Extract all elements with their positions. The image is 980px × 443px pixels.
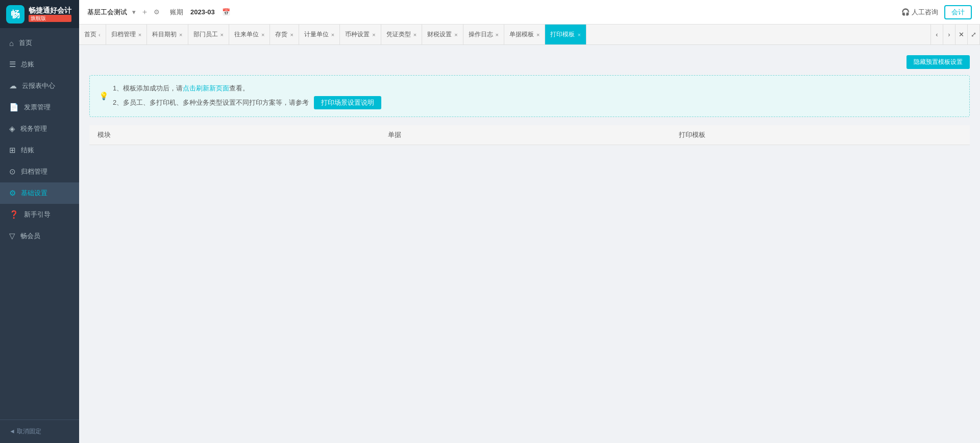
dropdown-icon[interactable]: ▾ (132, 8, 136, 16)
help-label: 人工咨询 (912, 8, 938, 17)
topbar-left: 基层工会测试 ▾ ＋ ⚙ 账期 2023-03 📅 (87, 7, 230, 17)
sidebar-item-archive[interactable]: ⊙ 归档管理 (0, 161, 79, 182)
sidebar-item-ledger[interactable]: ☰ 总账 (0, 54, 79, 75)
help-button[interactable]: 🎧 人工咨询 (901, 8, 938, 17)
sidebar-item-guide-label: 新手引导 (24, 210, 51, 219)
col-print-template: 打印模板 (671, 125, 970, 145)
calendar-icon[interactable]: 📅 (222, 8, 230, 16)
tab-dept-close[interactable]: × (220, 32, 224, 38)
tab-single-close[interactable]: × (536, 32, 540, 38)
tab-archive[interactable]: 归档管理 × (106, 25, 147, 45)
info-text-1: 1、模板添加成功后，请点击刷新新页面查看。 2、多员工、多打印机、多种业务类型设… (113, 83, 381, 109)
sidebar-item-member[interactable]: ▽ 畅会员 (0, 225, 79, 247)
tab-home[interactable]: 首页 ‹ (79, 25, 106, 45)
tab-unit-label: 计量单位 (304, 30, 329, 39)
close-period-icon: ⊞ (9, 146, 16, 155)
info-line1-prefix: 1、模板添加成功后，请 (113, 84, 183, 92)
account-button[interactable]: 会计 (944, 5, 972, 19)
add-icon[interactable]: ＋ (141, 7, 149, 17)
sidebar-item-tax[interactable]: ◈ 税务管理 (0, 118, 79, 139)
tab-archive-label: 归档管理 (111, 30, 136, 39)
tab-tax-set-label: 财税设置 (427, 30, 452, 39)
tax-icon: ◈ (9, 124, 15, 133)
tab-supplier-label: 往来单位 (234, 30, 259, 39)
settings-icon: ⚙ (9, 189, 16, 198)
tab-oplog-close[interactable]: × (496, 32, 499, 38)
tab-supplier[interactable]: 往来单位 × (229, 25, 270, 45)
tab-oplog[interactable]: 操作日志 × (463, 25, 504, 45)
tab-inventory-label: 存货 (275, 30, 287, 39)
hide-template-container: 隐藏预置模板设置 (89, 55, 970, 69)
tab-home-nav[interactable]: ‹ (99, 32, 101, 38)
sidebar: 畅 畅捷通好会计 旗舰版 ⌂ 首页 ☰ 总账 ☁ 云报表中心 📄 发票管理 ◈ … (0, 0, 79, 443)
tab-home-label: 首页 (84, 30, 96, 39)
tab-tax-set-close[interactable]: × (454, 32, 457, 38)
cloud-icon: ☁ (9, 81, 17, 90)
tab-dept[interactable]: 部门员工 × (188, 25, 229, 45)
tab-dept-label: 部门员工 (193, 30, 218, 39)
tab-voucher[interactable]: 凭证类型 × (381, 25, 422, 45)
tab-supplier-close[interactable]: × (261, 32, 264, 38)
content-area: 隐藏预置模板设置 💡 1、模板添加成功后，请点击刷新新页面查看。 2、多员工、多… (79, 45, 980, 443)
tab-archive-close[interactable]: × (138, 32, 141, 38)
sidebar-item-close[interactable]: ⊞ 结账 (0, 139, 79, 161)
tab-next-button[interactable]: › (943, 25, 955, 45)
info-row-1: 💡 1、模板添加成功后，请点击刷新新页面查看。 2、多员工、多打印机、多种业务类… (99, 83, 960, 109)
tab-currency-label: 币种设置 (345, 30, 370, 39)
sidebar-item-settings[interactable]: ⚙ 基础设置 (0, 182, 79, 204)
sidebar-item-home-label: 首页 (19, 38, 32, 48)
col-voucher: 单据 (380, 125, 670, 145)
invoice-icon: 📄 (9, 103, 19, 112)
unpin-label: ◄ 取消固定 (9, 427, 41, 436)
member-icon: ▽ (9, 231, 15, 241)
bulb-icon: 💡 (99, 91, 109, 101)
period-value: 2023-03 (190, 8, 215, 16)
period-label: 账期 (170, 8, 183, 17)
sidebar-item-reports-label: 云报表中心 (22, 81, 55, 90)
sidebar-logo: 畅 畅捷通好会计 旗舰版 (0, 0, 79, 28)
table-header: 模块 单据 打印模板 (89, 125, 970, 145)
tab-currency-close[interactable]: × (372, 32, 375, 38)
sidebar-item-invoice[interactable]: 📄 发票管理 (0, 97, 79, 118)
tabs-scroll: 首页 ‹ 归档管理 × 科目期初 × 部门员工 × 往来单位 × 存货 × (79, 25, 980, 45)
tab-voucher-close[interactable]: × (413, 32, 416, 38)
tabbar: 首页 ‹ 归档管理 × 科目期初 × 部门员工 × 往来单位 × 存货 × (79, 25, 980, 45)
topbar: 基层工会测试 ▾ ＋ ⚙ 账期 2023-03 📅 🎧 人工咨询 会计 (79, 0, 980, 25)
col-module: 模块 (89, 125, 380, 145)
tab-subject-close[interactable]: × (179, 32, 182, 38)
tab-inventory-close[interactable]: × (290, 32, 293, 38)
home-icon: ⌂ (9, 39, 14, 48)
sidebar-item-guide[interactable]: ❓ 新手引导 (0, 204, 79, 225)
hide-template-button[interactable]: 隐藏预置模板设置 (906, 55, 970, 69)
sidebar-item-invoice-label: 发票管理 (24, 103, 51, 112)
tab-print[interactable]: 打印模板 × (545, 25, 586, 45)
tab-single-label: 单据模板 (509, 30, 534, 39)
refresh-link[interactable]: 点击刷新新页面 (183, 84, 229, 92)
sidebar-item-home[interactable]: ⌂ 首页 (0, 32, 79, 54)
tab-currency[interactable]: 币种设置 × (340, 25, 381, 45)
tab-tax-set[interactable]: 财税设置 × (422, 25, 463, 45)
unpin-button[interactable]: ◄ 取消固定 (0, 419, 79, 443)
tab-unit[interactable]: 计量单位 × (299, 25, 340, 45)
logo-title: 畅捷通好会计 (29, 6, 71, 15)
tab-close-all-button[interactable]: ✕ (955, 25, 968, 45)
settings-gear-icon[interactable]: ⚙ (154, 8, 160, 16)
tab-subject-label: 科目期初 (152, 30, 177, 39)
info-line1-suffix: 查看。 (229, 84, 249, 92)
tab-oplog-label: 操作日志 (469, 30, 493, 39)
tab-prev-button[interactable]: ‹ (931, 25, 943, 45)
tab-single[interactable]: 单据模板 × (504, 25, 545, 45)
tab-unit-close[interactable]: × (331, 32, 334, 38)
tab-subject[interactable]: 科目期初 × (147, 25, 188, 45)
company-name: 基层工会测试 (87, 8, 127, 17)
info-box: 💡 1、模板添加成功后，请点击刷新新页面查看。 2、多员工、多打印机、多种业务类… (89, 75, 970, 117)
tab-expand-button[interactable]: ⤢ (968, 25, 980, 45)
sidebar-item-archive-label: 归档管理 (21, 167, 47, 176)
headset-icon: 🎧 (901, 8, 910, 16)
tab-inventory[interactable]: 存货 × (270, 25, 299, 45)
archive-icon: ⊙ (9, 167, 16, 176)
tab-print-close[interactable]: × (577, 32, 580, 38)
table-header-row: 模块 单据 打印模板 (89, 125, 970, 145)
sidebar-item-reports[interactable]: ☁ 云报表中心 (0, 75, 79, 97)
explain-button[interactable]: 打印场景设置说明 (314, 96, 381, 109)
